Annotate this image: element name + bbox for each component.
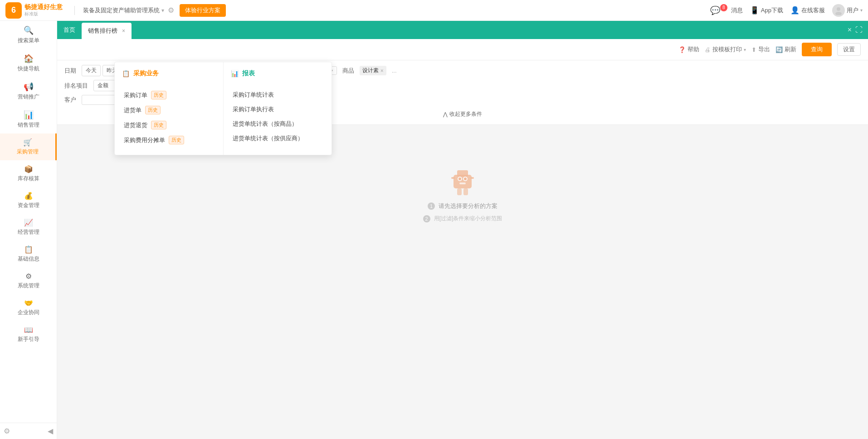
divider (74, 6, 75, 15)
tab-home[interactable]: 首页 (57, 21, 82, 39)
sidebar-label-search: 搜索菜单 (18, 37, 39, 44)
cooperation-icon: 🤝 (24, 299, 33, 307)
sidebar-label-sales: 销售管理 (18, 121, 39, 129)
dropdown-reports-col: 📊 报表 采购订单统计表 采购订单执行表 进货单统计表（按商品） (224, 62, 332, 155)
sidebar-label-inventory: 库存核算 (18, 175, 39, 183)
sidebar-collapse-btn[interactable]: ◀ (48, 427, 53, 435)
dropdown-menu: 📋 采购业务 采购订单 历史 进货单 历史 进货退货 (114, 62, 332, 155)
inventory-icon: 📦 (24, 165, 33, 173)
customer-label: 客户 (64, 96, 76, 104)
print-icon: 🖨 (705, 46, 711, 53)
tab-close-icon[interactable]: × (122, 28, 125, 34)
reports-col-icon: 📊 (231, 70, 239, 77)
expense-history-tag: 历史 (169, 136, 184, 144)
tab-window-close[interactable]: × (848, 26, 852, 34)
phone-icon: 📱 (750, 6, 759, 15)
sidebar-item-operation[interactable]: 📈 经营管理 (0, 214, 57, 241)
app-download-item[interactable]: 📱 App下载 (750, 6, 783, 15)
tab-home-label: 首页 (63, 26, 75, 34)
export-label: 导出 (758, 45, 770, 54)
expense-label: 采购费用分摊单 (124, 136, 165, 144)
collapse-button[interactable]: ⋀ 收起更多条件 (438, 109, 488, 120)
dropdown-item-order-stats[interactable]: 采购订单统计表 (231, 88, 325, 102)
sidebar-item-basic[interactable]: 📋 基础信息 (0, 241, 57, 267)
empty-hint2: 用[过滤]条件来缩小分析范围 (434, 215, 502, 222)
tab-window-expand[interactable]: ⛶ (855, 26, 863, 34)
help-btn[interactable]: ❓ 帮助 (678, 45, 699, 54)
sidebar-item-sales[interactable]: 📊 销售管理 (0, 105, 57, 133)
sidebar-settings-btn[interactable]: ⚙ (4, 427, 10, 435)
top-bar-right: 💬 8 消息 📱 App下载 👤 在线客服 用户 ▾ (710, 4, 863, 17)
help-label: 帮助 (688, 45, 699, 54)
app-label: App下载 (761, 6, 783, 15)
sidebar-label-marketing: 营销推广 (18, 93, 39, 101)
reports-col-title: 📊 报表 (231, 69, 325, 81)
dropdown-item-order-exec[interactable]: 采购订单执行表 (231, 102, 325, 117)
product-tag-close[interactable]: × (380, 68, 384, 74)
date-btn-today[interactable]: 今天 (82, 65, 101, 76)
sidebar-label-guide: 新手引导 (18, 335, 39, 343)
logo-icon: 6 (5, 2, 22, 19)
rank-label: 排名项目 (64, 82, 88, 90)
print-label: 按模板打印 (712, 45, 742, 54)
sidebar-item-finance[interactable]: 💰 资金管理 (0, 187, 57, 214)
refresh-label: 刷新 (785, 45, 796, 54)
sidebar-item-marketing[interactable]: 📢 营销推广 (0, 77, 57, 105)
date-label: 日期 (64, 67, 76, 75)
sidebar-item-inventory[interactable]: 📦 库存核算 (0, 160, 57, 187)
svg-rect-2 (454, 175, 472, 188)
sidebar-item-system[interactable]: ⚙ 系统管理 (0, 267, 57, 294)
setting-button[interactable]: 设置 (837, 43, 861, 56)
inbound-supplier-label: 进货单统计表（按供应商） (233, 134, 303, 143)
sidebar-label-cooperation: 企业协同 (18, 309, 39, 316)
service-item[interactable]: 👤 在线客服 (790, 6, 825, 15)
print-btn[interactable]: 🖨 按模板打印 ▾ (705, 45, 746, 54)
tab-sales-rank[interactable]: 销售排行榜 × (82, 23, 132, 39)
message-item[interactable]: 💬 8 消息 (710, 5, 743, 15)
sidebar-item-purchase[interactable]: 🛒 采购管理 (0, 133, 57, 160)
tab-sales-rank-label: 销售排行榜 (88, 27, 117, 35)
query-button[interactable]: 查询 (802, 43, 832, 56)
app-container: 6 畅捷通好生意 标准版 装备及固定资产辅助管理系统 ▾ ⚙ 体验行业方案 💬 … (0, 0, 868, 439)
basic-icon: 📋 (24, 245, 33, 254)
sidebar-item-cooperation[interactable]: 🤝 企业协同 (0, 294, 57, 321)
sidebar-item-nav[interactable]: 🏠 快捷导航 (0, 49, 57, 77)
dropdown-item-inbound[interactable]: 进货单 历史 (122, 103, 216, 118)
settings-icon[interactable]: ⚙ (168, 6, 174, 15)
dropdown-item-return[interactable]: 进货退货 历史 (122, 118, 216, 133)
system-title-dropdown[interactable]: ▾ (161, 7, 164, 14)
return-history-tag: 历史 (151, 121, 166, 129)
dropdown-item-expense[interactable]: 采购费用分摊单 历史 (122, 133, 216, 148)
svg-rect-9 (451, 177, 455, 179)
sidebar-item-search[interactable]: 🔍 搜索菜单 (0, 21, 57, 49)
svg-rect-8 (459, 183, 466, 184)
trial-button[interactable]: 体验行业方案 (180, 4, 226, 17)
purchase-icon: 🛒 (23, 138, 32, 147)
empty-illustration (440, 161, 485, 197)
svg-point-0 (837, 7, 840, 11)
dropdown-item-inbound-product[interactable]: 进货单统计表（按商品） (231, 117, 325, 131)
purchase-col-label: 采购业务 (133, 69, 159, 78)
empty-hint1: 请先选择要分析的方案 (439, 202, 497, 210)
help-icon: ❓ (678, 46, 686, 53)
sidebar-item-guide[interactable]: 📖 新手引导 (0, 321, 57, 348)
purchase-col-icon: 📋 (122, 70, 130, 77)
tab-bar: 首页 销售排行榜 × × ⛶ (57, 21, 868, 39)
product-more-dots[interactable]: ... (392, 67, 397, 74)
user-item[interactable]: 用户 ▾ (832, 4, 863, 17)
hint1-row: 1 请先选择要分析的方案 (428, 202, 497, 210)
dropdown-purchase-col: 📋 采购业务 采购订单 历史 进货单 历史 进货退货 (115, 62, 224, 155)
svg-point-6 (458, 178, 461, 180)
print-dropdown-icon: ▾ (744, 47, 746, 52)
collapse-label: 收起更多条件 (449, 110, 482, 118)
guide-icon: 📖 (24, 326, 33, 334)
svg-point-1 (835, 12, 842, 15)
home-icon: 🏠 (24, 54, 34, 64)
export-btn[interactable]: ⬆ 导出 (751, 45, 770, 54)
refresh-btn[interactable]: 🔄 刷新 (775, 45, 796, 54)
dropdown-item-order[interactable]: 采购订单 历史 (122, 88, 216, 103)
message-badge: 8 (720, 4, 727, 11)
dropdown-item-inbound-supplier[interactable]: 进货单统计表（按供应商） (231, 131, 325, 146)
purchase-col-title: 📋 采购业务 (122, 69, 216, 81)
avatar (832, 4, 845, 17)
